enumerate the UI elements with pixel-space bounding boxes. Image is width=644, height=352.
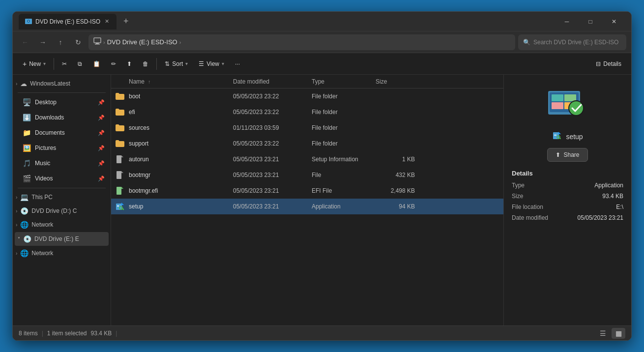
refresh-button[interactable]: ↻: [71, 35, 86, 50]
svg-marker-9: [121, 171, 123, 173]
network2-chevron-icon: ›: [16, 251, 17, 256]
date-modified-value: 05/05/2023 23:21: [578, 214, 623, 221]
pin-icon-documents: 📌: [98, 130, 105, 136]
file-size: 1 KB: [376, 156, 415, 163]
cut-button[interactable]: ✂: [57, 56, 72, 72]
svg-rect-10: [117, 187, 121, 195]
sidebar-item-dvde[interactable]: ˅ 💿 DVD Drive (E:) E: [15, 232, 109, 246]
col-size-label: Size: [376, 78, 387, 85]
sidebar-item-pictures[interactable]: 🖼️ Pictures 📌: [15, 141, 109, 155]
sidebar-label-dvde: DVD Drive (E:) E: [34, 235, 79, 242]
sidebar-item-dvdd[interactable]: › 💿 DVD Drive (D:) C: [13, 204, 111, 218]
copy-button[interactable]: ⧉: [73, 56, 87, 72]
breadcrumb[interactable]: › DVD Drive (E:) ESD-ISO ›: [88, 34, 515, 50]
details-type-row: Type Application: [512, 182, 623, 189]
app-icon: [115, 202, 125, 211]
size-value: 93.4 KB: [602, 193, 623, 200]
close-button[interactable]: ✕: [603, 14, 625, 29]
table-row[interactable]: setup 05/05/2023 23:21 Application 94 KB: [111, 199, 503, 214]
sidebar-label-dvdd: DVD Drive (D:) C: [31, 207, 77, 214]
sidebar-item-desktop[interactable]: 🖥️ Desktop 📌: [15, 95, 109, 110]
maximize-button[interactable]: □: [579, 14, 602, 29]
table-row[interactable]: sources 01/11/2023 03:59 File folder: [111, 120, 503, 136]
file-type: File folder: [312, 124, 376, 131]
column-name[interactable]: Name ↑: [115, 78, 233, 85]
search-bar[interactable]: 🔍 Search DVD Drive (E:) ESD-ISO: [518, 34, 626, 50]
sort-button[interactable]: ⇅ Sort ▾: [160, 56, 193, 72]
svg-rect-14: [117, 205, 119, 206]
table-row[interactable]: bootmgr.efi 05/05/2023 23:21 EFI File 2,…: [111, 183, 503, 199]
table-row[interactable]: boot 05/05/2023 23:22 File folder: [111, 88, 503, 104]
table-row[interactable]: efi 05/05/2023 23:22 File folder: [111, 104, 503, 120]
minimize-button[interactable]: ─: [556, 14, 578, 29]
sort-arrow-icon: ↑: [148, 79, 150, 85]
statusbar: 8 items | 1 item selected 93.4 KB | ☰ ▦: [13, 325, 631, 340]
pictures-icon: 🖼️: [23, 144, 31, 152]
sidebar-item-videos[interactable]: 🎬 Videos 📌: [15, 171, 109, 186]
svg-rect-3: [94, 38, 101, 43]
up-button[interactable]: ↑: [53, 35, 68, 50]
sidebar-label-documents: Documents: [35, 129, 94, 136]
active-tab[interactable]: DVD Drive (E:) ESD-ISO ✕: [19, 14, 117, 29]
paste-button[interactable]: 📋: [88, 56, 105, 72]
breadcrumb-path: DVD Drive (E:) ESD-ISO: [107, 38, 177, 46]
detail-view-toggle[interactable]: ▦: [612, 328, 625, 339]
more-button[interactable]: ···: [230, 56, 245, 72]
forward-button[interactable]: →: [35, 35, 50, 50]
type-label: Type: [512, 182, 525, 189]
sidebar-item-network2[interactable]: › 🌐 Network: [13, 246, 111, 260]
file-name: efi: [129, 109, 135, 116]
sidebar-item-music[interactable]: 🎵 Music 📌: [15, 156, 109, 171]
search-icon: 🔍: [523, 39, 530, 46]
dvde-icon: 💿: [23, 235, 31, 243]
sidebar-item-thispc[interactable]: › 💻 This PC: [13, 190, 111, 204]
details-location-row: File location E:\: [512, 204, 623, 210]
details-pane: setup ⬆ Share Details Type Application S…: [503, 75, 631, 325]
date-modified-label: Date modified: [512, 214, 548, 221]
rename-button[interactable]: ✏: [106, 56, 121, 72]
share-button-details[interactable]: ⬆ Share: [547, 148, 587, 162]
column-headers: Name ↑ Date modified Type Size: [111, 75, 503, 88]
details-panel-button[interactable]: ⊟ Details: [591, 56, 626, 72]
breadcrumb-expand-chevron[interactable]: ›: [179, 39, 181, 45]
toolbar-right: ⊟ Details: [591, 56, 626, 72]
file-name: autorun: [129, 156, 149, 163]
new-tab-button[interactable]: +: [120, 16, 132, 27]
documents-icon: 📁: [23, 129, 31, 137]
folder-icon: [115, 123, 125, 133]
thispc-icon: 💻: [20, 193, 29, 201]
view-button[interactable]: ☰ View ▾: [194, 56, 229, 72]
svg-rect-18: [552, 94, 563, 101]
new-button[interactable]: + New ▾: [18, 56, 51, 72]
table-row[interactable]: bootmgr 05/05/2023 23:21 File 432 KB: [111, 167, 503, 183]
sidebar-item-downloads[interactable]: ⬇️ Downloads 📌: [15, 110, 109, 125]
tab-close-button[interactable]: ✕: [103, 18, 111, 25]
svg-rect-5: [95, 44, 100, 45]
folder-icon: [115, 91, 125, 101]
details-filename-area: setup: [552, 131, 583, 142]
main-area: › ☁ WindowsLatest 🖥️ Desktop 📌 ⬇️ Downlo…: [13, 75, 631, 325]
breadcrumb-chevron: ›: [103, 39, 105, 45]
sidebar-item-network1[interactable]: › 🌐 Network: [13, 218, 111, 232]
sidebar-group-quickaccess[interactable]: › ☁ WindowsLatest: [13, 77, 111, 90]
file-icon: [115, 170, 125, 180]
file-type: Application: [312, 203, 376, 210]
sidebar-item-documents[interactable]: 📁 Documents 📌: [15, 125, 109, 140]
back-button[interactable]: ←: [18, 35, 32, 50]
quick-access-chevron-icon: ›: [16, 81, 17, 87]
column-size[interactable]: Size: [376, 78, 415, 85]
table-row[interactable]: autorun 05/05/2023 23:21 Setup Informati…: [111, 151, 503, 167]
svg-marker-7: [121, 155, 123, 157]
share-button[interactable]: ⬆: [122, 56, 137, 72]
delete-button[interactable]: 🗑: [138, 56, 153, 72]
dvd-icon: [25, 18, 32, 26]
table-row[interactable]: support 05/05/2023 23:22 File folder: [111, 136, 503, 151]
column-date[interactable]: Date modified: [233, 78, 312, 85]
column-type[interactable]: Type: [312, 78, 376, 85]
list-view-toggle[interactable]: ☰: [596, 328, 610, 339]
sidebar-divider-2: [18, 188, 106, 188]
pin-icon-music: 📌: [98, 160, 105, 167]
paste-icon: 📋: [93, 60, 100, 67]
file-size: 94 KB: [376, 203, 415, 210]
toolbar-separator-1: [54, 58, 54, 70]
